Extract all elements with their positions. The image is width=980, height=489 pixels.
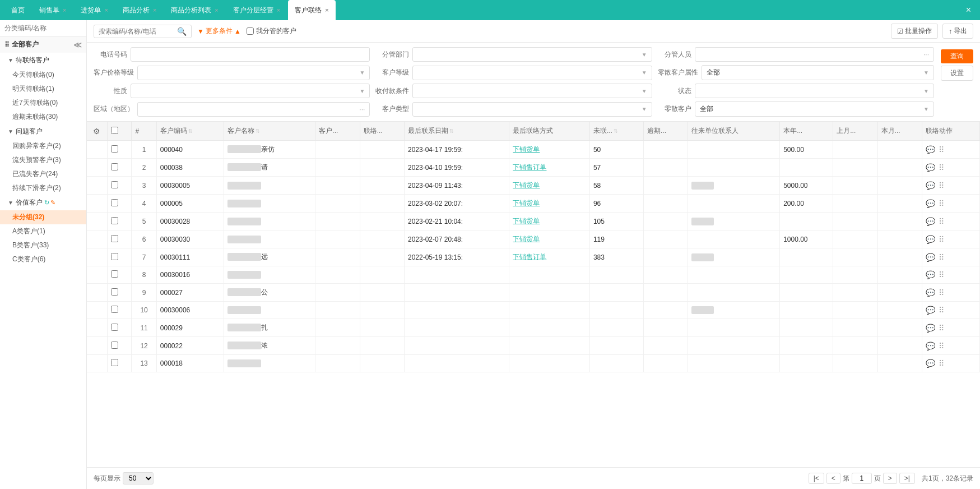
all-customers-title[interactable]: ⠿ 全部客户 ≪	[0, 36, 86, 53]
edit-icon[interactable]: ✎	[50, 199, 55, 206]
row-checkbox[interactable]	[111, 253, 118, 260]
retail-attr-input[interactable]: 全部 ▼	[702, 65, 934, 80]
contact-method-link[interactable]: 下销货单	[513, 217, 540, 225]
tab-product-analysis[interactable]: 商品分析 ×	[116, 0, 163, 20]
price-level-input[interactable]: ▼	[137, 66, 370, 80]
col-no-contact[interactable]: 未联... ⇅	[589, 122, 643, 141]
grid-action-icon[interactable]: ⠿	[939, 270, 944, 279]
first-page-button[interactable]: |<	[809, 473, 824, 484]
message-icon[interactable]: 💬	[926, 145, 935, 154]
row-checkbox-cell[interactable]	[107, 230, 132, 248]
sidebar-item-unclassified[interactable]: 未分组(32)	[0, 210, 86, 224]
problem-group-header[interactable]: ▼ 问题客户	[0, 124, 86, 139]
customer-type-input[interactable]: ▼	[412, 102, 652, 117]
message-icon[interactable]: 💬	[926, 253, 935, 262]
col-type[interactable]: 客户...	[315, 122, 360, 141]
message-icon[interactable]: 💬	[926, 342, 935, 350]
col-last-date[interactable]: 最后联系日期 ⇅	[405, 122, 509, 141]
filter-search-icon[interactable]: 🔍	[177, 27, 187, 36]
grid-action-icon[interactable]: ⠿	[939, 324, 944, 333]
value-group-header[interactable]: ▼ 价值客户 ↻ ✎	[0, 195, 86, 210]
more-conditions-button[interactable]: ▼ 更多条件 ▲	[197, 26, 241, 36]
last-page-button[interactable]: >|	[899, 473, 915, 484]
row-checkbox-cell[interactable]	[107, 248, 132, 266]
row-checkbox-cell[interactable]	[107, 284, 132, 302]
row-checkbox-cell[interactable]	[107, 337, 132, 355]
window-close-icon[interactable]: ×	[962, 5, 976, 15]
row-checkbox[interactable]	[111, 235, 118, 242]
sidebar-item-class-a[interactable]: A类客户(1)	[0, 224, 86, 238]
row-checkbox[interactable]	[111, 306, 118, 313]
grid-action-icon[interactable]: ⠿	[939, 145, 944, 154]
prev-page-button[interactable]: <	[826, 473, 840, 484]
message-icon[interactable]: 💬	[926, 270, 935, 279]
refresh-icon[interactable]: ↻	[44, 199, 49, 206]
sidebar-item-churn-warning[interactable]: 流失预警客户(3)	[0, 153, 86, 167]
row-checkbox[interactable]	[111, 324, 118, 331]
close-icon[interactable]: ×	[215, 7, 218, 13]
message-icon[interactable]: 💬	[926, 359, 935, 368]
region-input[interactable]: ···	[137, 102, 370, 117]
col-code[interactable]: 客户编码 ⇅	[156, 122, 224, 141]
message-icon[interactable]: 💬	[926, 324, 935, 333]
col-unit-contact[interactable]: 往来单位联系人	[688, 122, 780, 141]
sidebar-item-churned[interactable]: 已流失客户(24)	[0, 167, 86, 181]
row-checkbox[interactable]	[111, 270, 118, 278]
row-checkbox-cell[interactable]	[107, 195, 132, 213]
message-icon[interactable]: 💬	[926, 288, 935, 297]
phone-input[interactable]	[131, 47, 370, 62]
tab-customer-segmentation[interactable]: 客户分层经营 ×	[226, 0, 287, 20]
grid-action-icon[interactable]: ⠿	[939, 181, 944, 190]
tab-home[interactable]: 首页	[4, 0, 31, 20]
retail-customer-input[interactable]: 全部 ▼	[695, 102, 934, 117]
status-input[interactable]: ▼	[695, 84, 934, 98]
grid-action-icon[interactable]: ⠿	[939, 253, 944, 262]
tab-product-analysis-list[interactable]: 商品分析列表 ×	[164, 0, 225, 20]
col-this-month[interactable]: 本月...	[877, 122, 922, 141]
row-checkbox-cell[interactable]	[107, 141, 132, 159]
reset-button[interactable]: 设置	[941, 66, 973, 81]
sidebar-item-overdue-no-contact[interactable]: 逾期未联络(30)	[0, 110, 86, 124]
sidebar-search-input[interactable]	[4, 24, 87, 32]
tab-customer-contact[interactable]: 客户联络 ×	[288, 0, 335, 20]
sidebar-item-today-pending[interactable]: 今天待联络(0)	[0, 68, 86, 82]
sidebar-item-tomorrow-pending[interactable]: 明天待联络(1)	[0, 82, 86, 96]
batch-operation-button[interactable]: ☑ 批量操作	[891, 24, 938, 39]
message-icon[interactable]: 💬	[926, 306, 935, 315]
collapse-icon[interactable]: ≪	[73, 40, 82, 49]
row-checkbox[interactable]	[111, 181, 118, 188]
query-button[interactable]: 查询	[941, 49, 973, 63]
row-checkbox-cell[interactable]	[107, 319, 132, 337]
col-last-method[interactable]: 最后联络方式	[509, 122, 589, 141]
grid-action-icon[interactable]: ⠿	[939, 163, 944, 172]
message-icon[interactable]: 💬	[926, 163, 935, 172]
page-number-input[interactable]	[852, 473, 872, 484]
settings-icon[interactable]: ⚙	[93, 127, 100, 136]
col-contact[interactable]: 联络...	[360, 122, 404, 141]
message-icon[interactable]: 💬	[926, 235, 935, 244]
my-customers-checkbox[interactable]	[247, 27, 254, 35]
grid-action-icon[interactable]: ⠿	[939, 199, 944, 208]
message-icon[interactable]: 💬	[926, 181, 935, 190]
filter-search-input[interactable]	[99, 27, 177, 35]
row-checkbox-cell[interactable]	[107, 177, 132, 195]
pending-group-header[interactable]: ▼ 待联络客户	[0, 53, 86, 68]
sidebar-item-abnormal[interactable]: 回购异常客户(2)	[0, 139, 86, 153]
contact-method-link[interactable]: 下销售订单	[513, 163, 546, 171]
close-icon[interactable]: ×	[153, 7, 156, 13]
next-page-button[interactable]: >	[883, 473, 897, 484]
row-checkbox-cell[interactable]	[107, 266, 132, 284]
row-checkbox[interactable]	[111, 199, 118, 206]
col-settings[interactable]: ⚙	[87, 122, 107, 141]
row-checkbox-cell[interactable]	[107, 213, 132, 230]
col-name[interactable]: 客户名称 ⇅	[224, 122, 315, 141]
col-overdue[interactable]: 逾期...	[644, 122, 688, 141]
grid-action-icon[interactable]: ⠿	[939, 342, 944, 350]
contact-method-link[interactable]: 下销货单	[513, 199, 540, 207]
dept-input[interactable]: ▼	[412, 47, 652, 62]
close-icon[interactable]: ×	[104, 7, 108, 13]
tab-purchase[interactable]: 进货单 ×	[74, 0, 114, 20]
col-last-month[interactable]: 上月...	[833, 122, 877, 141]
row-checkbox[interactable]	[111, 145, 118, 153]
message-icon[interactable]: 💬	[926, 217, 935, 226]
